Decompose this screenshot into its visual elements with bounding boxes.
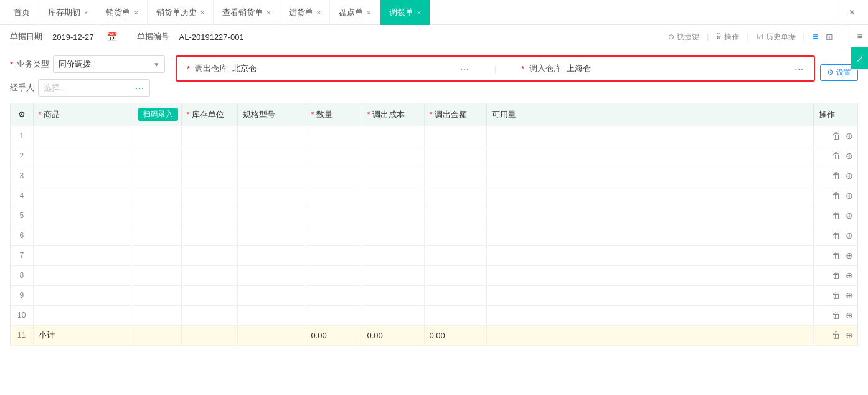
tab-view-sales[interactable]: 查看销货单 × (214, 0, 280, 25)
cell-amount-8[interactable] (424, 265, 486, 285)
cell-spec-5[interactable] (237, 206, 306, 226)
cell-qty-7[interactable] (306, 245, 362, 265)
cell-goods-5[interactable] (33, 206, 133, 226)
delete-icon-8[interactable]: 🗑 (832, 270, 841, 280)
cell-goods-6[interactable] (33, 226, 133, 245)
cell-amount-2[interactable] (424, 146, 486, 166)
view-grid-icon[interactable]: ⊞ (826, 32, 833, 42)
cell-goods-2[interactable] (33, 146, 133, 166)
cell-qty-2[interactable] (306, 146, 362, 166)
delete-icon-11[interactable]: 🗑 (832, 330, 841, 340)
cell-spec-7[interactable] (237, 245, 306, 265)
cell-qty-4[interactable] (306, 186, 362, 206)
cell-goods-10[interactable] (33, 305, 133, 325)
cell-cost-5[interactable] (362, 206, 424, 226)
scan-input-button[interactable]: 扫码录入 (138, 108, 178, 121)
cell-unit-1[interactable] (181, 126, 237, 146)
cell-spec-3[interactable] (237, 166, 306, 186)
tab-sales-order[interactable]: 销货单 × (97, 0, 147, 25)
cell-amount-4[interactable] (424, 186, 486, 206)
cell-unit-3[interactable] (181, 166, 237, 186)
cell-amount-10[interactable] (424, 305, 486, 325)
tab-sales-order-close[interactable]: × (134, 9, 138, 16)
cell-spec-10[interactable] (237, 305, 306, 325)
cell-qty-6[interactable] (306, 226, 362, 245)
sidebar-list-icon[interactable]: ≡ (851, 25, 869, 47)
cell-amount-1[interactable] (424, 126, 486, 146)
cell-cost-4[interactable] (362, 186, 424, 206)
cell-cost-10[interactable] (362, 305, 424, 325)
gear-icon[interactable]: ⚙ (18, 110, 26, 119)
cell-qty-1[interactable] (306, 126, 362, 146)
cell-qty-8[interactable] (306, 265, 362, 285)
business-type-select[interactable]: 同价调拨 ▼ (53, 55, 165, 73)
copy-icon-7[interactable]: ⊕ (846, 250, 853, 260)
copy-icon-6[interactable]: ⊕ (846, 231, 853, 240)
tab-sales-history[interactable]: 销货单历史 × (148, 0, 214, 25)
sidebar-export-icon[interactable]: ↗ (851, 47, 869, 70)
tab-purchase-order-close[interactable]: × (317, 9, 321, 16)
delete-icon-1[interactable]: 🗑 (832, 131, 841, 141)
cell-amount-6[interactable] (424, 226, 486, 245)
cell-cost-8[interactable] (362, 265, 424, 285)
copy-icon-3[interactable]: ⊕ (846, 171, 853, 181)
cell-goods-9[interactable] (33, 285, 133, 305)
cell-unit-5[interactable] (181, 206, 237, 226)
delete-icon-7[interactable]: 🗑 (832, 250, 841, 260)
th-gear[interactable]: ⚙ (11, 103, 33, 126)
delete-icon-6[interactable]: 🗑 (832, 231, 841, 240)
copy-icon-10[interactable]: ⊕ (846, 310, 853, 320)
delete-icon-10[interactable]: 🗑 (832, 310, 841, 320)
delete-icon-5[interactable]: 🗑 (832, 211, 841, 221)
cell-unit-9[interactable] (181, 285, 237, 305)
cell-amount-7[interactable] (424, 245, 486, 265)
cell-goods-1[interactable] (33, 126, 133, 146)
operate-action[interactable]: ⠿ 操作 (716, 32, 739, 42)
cell-unit-2[interactable] (181, 146, 237, 166)
tab-transfer[interactable]: 调拨单 × (380, 0, 430, 25)
cell-unit-8[interactable] (181, 265, 237, 285)
delete-icon-3[interactable]: 🗑 (832, 171, 841, 181)
tab-sales-history-close[interactable]: × (200, 9, 204, 16)
cell-cost-9[interactable] (362, 285, 424, 305)
tab-purchase-order[interactable]: 进货单 × (280, 0, 330, 25)
cell-cost-1[interactable] (362, 126, 424, 146)
tab-stocktake-close[interactable]: × (367, 9, 370, 16)
copy-icon-9[interactable]: ⊕ (846, 290, 853, 300)
calendar-icon[interactable]: 📅 (106, 32, 117, 42)
delete-icon-9[interactable]: 🗑 (832, 290, 841, 300)
cell-unit-6[interactable] (181, 226, 237, 245)
delete-icon-4[interactable]: 🗑 (832, 191, 841, 201)
tab-home[interactable]: 首页 (5, 0, 39, 25)
copy-icon-8[interactable]: ⊕ (846, 270, 853, 280)
tab-transfer-close[interactable]: × (417, 9, 421, 16)
cell-qty-5[interactable] (306, 206, 362, 226)
cell-goods-3[interactable] (33, 166, 133, 186)
cell-goods-8[interactable] (33, 265, 133, 285)
cell-spec-9[interactable] (237, 285, 306, 305)
cell-qty-3[interactable] (306, 166, 362, 186)
cell-spec-4[interactable] (237, 186, 306, 206)
cell-cost-7[interactable] (362, 245, 424, 265)
cell-unit-7[interactable] (181, 245, 237, 265)
cell-amount-5[interactable] (424, 206, 486, 226)
tab-stocktake[interactable]: 盘点单 × (330, 0, 380, 25)
warehouse-in-more-icon[interactable]: ··· (795, 64, 804, 74)
copy-icon-1[interactable]: ⊕ (846, 131, 853, 141)
cell-amount-3[interactable] (424, 166, 486, 186)
close-all-tabs[interactable]: × (841, 0, 863, 25)
cell-goods-4[interactable] (33, 186, 133, 206)
copy-icon-11[interactable]: ⊕ (846, 330, 853, 340)
cell-cost-2[interactable] (362, 146, 424, 166)
delete-icon-2[interactable]: 🗑 (832, 151, 841, 161)
copy-icon-4[interactable]: ⊕ (846, 191, 853, 201)
warehouse-out-more-icon[interactable]: ··· (460, 64, 469, 74)
cell-spec-6[interactable] (237, 226, 306, 245)
tab-inventory-init-close[interactable]: × (84, 9, 88, 16)
cell-spec-2[interactable] (237, 146, 306, 166)
tab-view-sales-close[interactable]: × (267, 9, 270, 16)
cell-cost-6[interactable] (362, 226, 424, 245)
handler-select[interactable]: 选择... ··· (38, 79, 150, 97)
copy-icon-5[interactable]: ⊕ (846, 211, 853, 221)
cell-cost-3[interactable] (362, 166, 424, 186)
